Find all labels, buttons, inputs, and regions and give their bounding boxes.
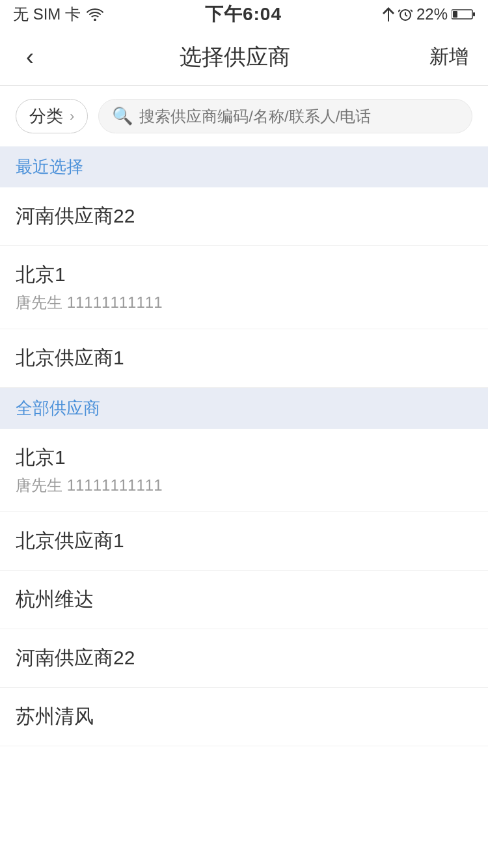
supplier-name: 北京供应商1 bbox=[16, 528, 472, 554]
battery-text: 22% bbox=[416, 5, 448, 23]
status-right: 22% bbox=[383, 5, 475, 23]
search-icon: 🔍 bbox=[112, 106, 133, 126]
list-item[interactable]: 北京供应商1 bbox=[0, 512, 488, 571]
supplier-name: 杭州维达 bbox=[16, 586, 472, 613]
chevron-right-icon: › bbox=[70, 108, 74, 125]
supplier-name: 北京1 bbox=[16, 444, 472, 471]
search-box[interactable]: 🔍 bbox=[98, 99, 472, 133]
status-bar: 无 SIM 卡 下午6:04 22% bbox=[0, 0, 488, 29]
list-item[interactable]: 杭州维达 bbox=[0, 571, 488, 629]
location-icon bbox=[383, 7, 394, 21]
supplier-sub: 唐先生 11111111111 bbox=[16, 292, 472, 313]
add-button[interactable]: 新增 bbox=[429, 44, 468, 70]
status-time: 下午6:04 bbox=[205, 2, 282, 27]
alarm-icon bbox=[398, 7, 413, 21]
nav-bar: ‹ 选择供应商 新增 bbox=[0, 29, 488, 86]
list-item[interactable]: 河南供应商22 bbox=[0, 629, 488, 688]
no-sim-text: 无 SIM 卡 bbox=[13, 4, 81, 25]
list-item[interactable]: 北京供应商1 bbox=[0, 329, 488, 388]
recent-items-list: 河南供应商22北京1唐先生 11111111111北京供应商1 bbox=[0, 187, 488, 388]
svg-rect-4 bbox=[473, 12, 475, 16]
supplier-name: 北京1 bbox=[16, 262, 472, 288]
filter-bar: 分类 › 🔍 bbox=[0, 86, 488, 146]
list-item[interactable]: 北京1唐先生 11111111111 bbox=[0, 246, 488, 329]
svg-line-2 bbox=[405, 15, 407, 16]
nav-title: 选择供应商 bbox=[180, 42, 290, 72]
search-input[interactable] bbox=[139, 107, 459, 126]
recent-section-header: 最近选择 bbox=[0, 146, 488, 187]
supplier-name: 苏州清风 bbox=[16, 703, 472, 730]
back-button[interactable]: ‹ bbox=[20, 37, 40, 77]
supplier-sub: 唐先生 11111111111 bbox=[16, 475, 472, 496]
category-button[interactable]: 分类 › bbox=[16, 99, 88, 133]
supplier-name: 河南供应商22 bbox=[16, 203, 472, 230]
list-item[interactable]: 河南供应商22 bbox=[0, 187, 488, 246]
wifi-icon bbox=[86, 8, 104, 21]
all-items-list: 北京1唐先生 11111111111北京供应商1杭州维达河南供应商22苏州清风 bbox=[0, 429, 488, 746]
all-section-label: 全部供应商 bbox=[16, 398, 100, 418]
battery-icon bbox=[452, 8, 475, 20]
supplier-name: 北京供应商1 bbox=[16, 345, 472, 372]
category-label: 分类 bbox=[29, 105, 63, 128]
status-left: 无 SIM 卡 bbox=[13, 4, 104, 25]
list-item[interactable]: 北京1唐先生 11111111111 bbox=[0, 429, 488, 512]
list-item[interactable]: 苏州清风 bbox=[0, 688, 488, 746]
svg-rect-5 bbox=[453, 11, 457, 18]
all-section-header: 全部供应商 bbox=[0, 388, 488, 429]
recent-section-label: 最近选择 bbox=[16, 157, 83, 176]
supplier-name: 河南供应商22 bbox=[16, 645, 472, 671]
